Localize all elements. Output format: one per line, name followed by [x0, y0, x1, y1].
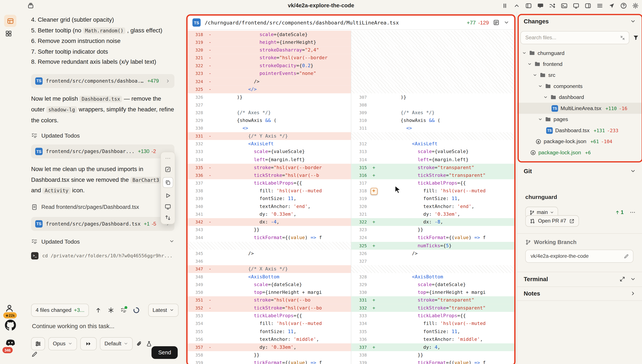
- copy-button[interactable]: [163, 177, 173, 188]
- board-grid-icon[interactable]: [5, 30, 12, 37]
- file-name: frontend/src/pages/Dashboar...: [46, 148, 135, 154]
- additions: +110: [605, 106, 617, 111]
- collapse-up-icon[interactable]: [513, 2, 520, 9]
- ts-file-badge: TS: [35, 148, 43, 155]
- github-icon[interactable]: [5, 320, 16, 330]
- diff-marker: [206, 226, 214, 234]
- menu-icon[interactable]: [596, 2, 603, 9]
- read-file-row[interactable]: Read frontend/src/pages/Dashboard.tsx: [31, 204, 174, 210]
- filter-icon[interactable]: [632, 34, 639, 41]
- commits-ahead[interactable]: 1: [615, 210, 623, 215]
- sync-icon[interactable]: [165, 214, 171, 221]
- stack-icon[interactable]: [28, 2, 34, 9]
- flask-icon[interactable]: [146, 340, 153, 347]
- send-button[interactable]: Send: [152, 346, 178, 359]
- chevron-down-icon: [543, 95, 548, 99]
- updated-todos-row[interactable]: Updated Todos: [31, 238, 174, 245]
- todo-list-icon[interactable]: [121, 307, 127, 313]
- tree-item-pages[interactable]: pages: [517, 114, 642, 125]
- expand-icon[interactable]: [619, 276, 625, 282]
- edit-icon[interactable]: [165, 166, 171, 173]
- mode-dropdown[interactable]: Default: [100, 337, 133, 350]
- monitor-icon[interactable]: [165, 204, 171, 210]
- working-branch-input[interactable]: [530, 253, 620, 260]
- model-dropdown[interactable]: Opus: [48, 337, 77, 350]
- tree-item-dashboard[interactable]: dashboard: [517, 92, 642, 102]
- file-change-chip[interactable]: TSfrontend/src/pages/Dashboar...+130-2: [31, 144, 174, 158]
- changes-section-header[interactable]: Changes: [524, 16, 636, 26]
- document-icon: [31, 204, 38, 210]
- tree-item-churnguard[interactable]: churnguard: [517, 48, 642, 58]
- panel-right-icon[interactable]: [585, 2, 591, 9]
- files-changed-button[interactable]: 4 files changed +3...: [31, 304, 89, 316]
- scroll-to-top-icon[interactable]: [95, 307, 102, 313]
- terminal-command-row[interactable]: >_cd /private/var/folders/10/h7w0q46556g…: [31, 252, 174, 259]
- navigate-icon[interactable]: [608, 2, 615, 9]
- search-files-box[interactable]: [520, 31, 629, 44]
- diff-line: 313 scale={valueScale}: [351, 148, 514, 156]
- compare-icon[interactable]: [549, 2, 556, 9]
- settings-sliders-button[interactable]: [31, 337, 45, 350]
- discord-icon[interactable]: [5, 337, 16, 348]
- file-change-chip[interactable]: TSfrontend/src/pages/Dashboard.tsx+1-5: [31, 217, 174, 231]
- panel-left-icon[interactable]: [525, 2, 532, 9]
- tree-item-frontend[interactable]: frontend: [517, 58, 642, 70]
- diff-line: 324- />: [187, 78, 351, 85]
- chevron-down-icon[interactable]: [503, 20, 509, 26]
- notes-section-header[interactable]: Notes: [524, 288, 636, 298]
- attach-icon[interactable]: [136, 340, 143, 347]
- git-section-header[interactable]: Git: [524, 166, 636, 176]
- todo-notification-dot: [124, 306, 128, 309]
- diff-view-mode-icon[interactable]: [493, 19, 500, 26]
- tree-item-src[interactable]: src: [517, 70, 642, 80]
- diff-marker: [370, 202, 378, 210]
- diff-line: 348 <AxisBottom: [187, 273, 351, 281]
- git-branch-icon: [525, 239, 531, 245]
- terminal-icon[interactable]: [561, 2, 567, 9]
- tree-item-package-lock-json[interactable]: package-lock.json+6: [517, 147, 642, 158]
- message-input[interactable]: [31, 322, 180, 330]
- tree-item-components[interactable]: components: [517, 81, 642, 92]
- edit-branch-icon[interactable]: [623, 254, 629, 259]
- pause-icon[interactable]: [502, 2, 508, 9]
- latest-dropdown[interactable]: Latest: [148, 304, 178, 316]
- tree-item-dashboard-tsx[interactable]: TSDashboard.tsx+131-233: [517, 125, 642, 136]
- fast-forward-button[interactable]: [80, 337, 97, 350]
- working-branch-field[interactable]: [525, 250, 633, 263]
- line-number: 326: [187, 93, 206, 101]
- pencil-icon[interactable]: [31, 351, 38, 358]
- add-comment-button[interactable]: +: [370, 188, 377, 195]
- terminal-section-header[interactable]: Terminal: [524, 274, 636, 284]
- diff-line: 354 fill: 'hsl(var(--muted: [187, 320, 351, 328]
- run-icon[interactable]: [165, 192, 171, 199]
- tree-item-package-lock-json[interactable]: package-lock.json+61-104: [517, 136, 642, 147]
- line-number: 357: [187, 343, 206, 351]
- diff-new-column: 307 )}308309 {/* Axes */}310 {showAxis &…: [351, 31, 514, 364]
- git-more-icon[interactable]: [629, 209, 636, 216]
- code-text: fontSize: 11,: [214, 328, 351, 336]
- line-number: 333: [187, 148, 206, 156]
- tree-item-multilinearea-tsx[interactable]: TSMultiLineArea.tsx+110-16: [517, 103, 642, 114]
- chat-bubble-icon[interactable]: [537, 2, 544, 9]
- tree-item-label: pages: [553, 116, 568, 122]
- diff-line: 326 />: [351, 250, 514, 257]
- mode-label: Default: [104, 340, 121, 347]
- help-icon[interactable]: [620, 2, 627, 9]
- app-icon[interactable]: [4, 15, 16, 27]
- file-change-chip[interactable]: TSfrontend/src/components/dashboa...+479: [31, 74, 174, 88]
- collapse-tree-icon[interactable]: [620, 35, 625, 40]
- chevron-down-icon: [124, 341, 128, 346]
- diff-marker: [206, 117, 214, 124]
- ts-file-badge: TS: [546, 127, 553, 134]
- search-files-input[interactable]: [524, 34, 617, 41]
- open-pr-button[interactable]: Open PR #7: [525, 215, 579, 227]
- asterisk-icon[interactable]: [108, 307, 115, 313]
- more-icon[interactable]: [165, 155, 171, 162]
- updated-todos-row[interactable]: Updated Todos: [31, 132, 174, 139]
- arrow-up-icon: [615, 210, 620, 215]
- profile-icon[interactable]: [5, 304, 14, 313]
- monitor-icon[interactable]: [573, 2, 579, 9]
- line-number: 317: [351, 179, 370, 187]
- settings-icon[interactable]: [632, 2, 639, 9]
- chevron-down-icon: [550, 210, 554, 214]
